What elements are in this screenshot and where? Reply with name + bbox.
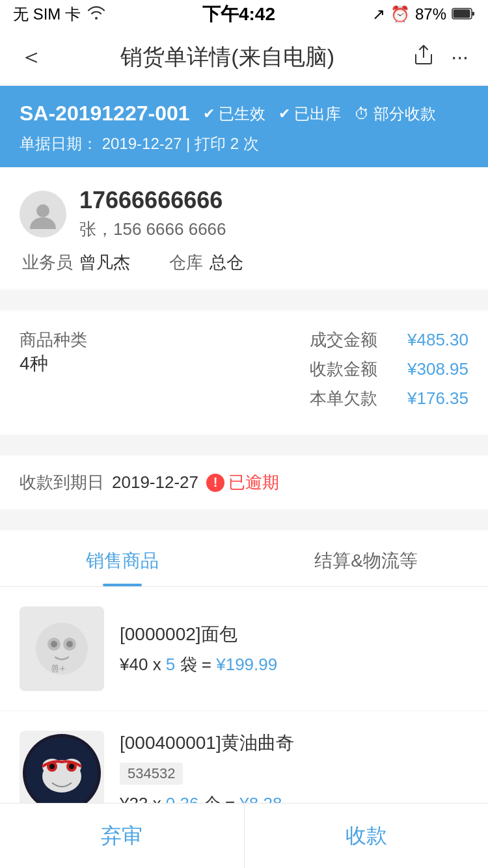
tabs-section: 销售商品 结算&物流等 — [0, 530, 488, 587]
collect-button[interactable]: 收款 — [245, 804, 489, 868]
overdue-icon: ! — [206, 474, 224, 492]
received-label: 收款金额 — [310, 358, 377, 381]
product-name-2: [000400001]黄油曲奇 — [120, 731, 468, 755]
sales-label: 业务员 — [22, 251, 73, 274]
overdue-badge: ! 已逾期 — [206, 471, 279, 494]
share-button[interactable] — [412, 43, 435, 72]
received-value: ¥308.95 — [390, 359, 468, 379]
warehouse-detail: 仓库 总仓 — [169, 251, 243, 274]
order-date: 2019-12-27 — [102, 135, 182, 152]
received-row: 收款金额 ¥308.95 — [310, 358, 468, 381]
battery-icon — [452, 5, 475, 23]
customer-phone: 17666666666 — [79, 187, 226, 214]
svg-rect-1 — [453, 10, 470, 18]
more-button[interactable]: ··· — [451, 45, 468, 69]
divider-1 — [0, 290, 488, 300]
print-unit: 次 — [243, 135, 259, 152]
nav-bar: ＜ 销货单详情(来自电脑) ··· — [0, 29, 488, 86]
product-name-1: [0000002]面包 — [120, 622, 468, 647]
overdue-text: 已逾期 — [228, 471, 279, 494]
category-value: 4种 — [20, 351, 87, 376]
due-section: 收款到期日 2019-12-27 ! 已逾期 — [0, 455, 488, 509]
customer-row: 17666666666 张，156 6666 6666 — [20, 187, 468, 241]
customer-name: 张，156 6666 6666 — [79, 218, 226, 241]
tab-products[interactable]: 销售商品 — [0, 530, 244, 586]
print-separator: | 打印 — [186, 135, 226, 152]
status-right: ↗ ⏰ 87% — [372, 5, 475, 23]
debt-label: 本单欠款 — [310, 387, 377, 410]
price-unit-1: 袋 — [180, 655, 197, 674]
header-banner: SA-20191227-001 ✔ 已生效 ✔ 已出库 ⏱ 部分收款 单据日期：… — [0, 86, 488, 167]
price-eq-1: = — [202, 655, 216, 674]
divider-2 — [0, 435, 488, 445]
svg-point-8 — [66, 641, 73, 647]
header-date-row: 单据日期： 2019-12-27 | 打印 2 次 — [20, 133, 468, 154]
date-label: 单据日期： — [20, 135, 98, 152]
status-partial: ⏱ 部分收款 — [354, 103, 436, 124]
check-icon-1: ✔ — [203, 105, 215, 122]
category-label: 商品种类 — [20, 329, 87, 351]
svg-rect-2 — [472, 12, 474, 16]
svg-text:兽+: 兽+ — [51, 663, 65, 673]
warehouse-name: 总仓 — [210, 251, 243, 274]
print-count: 2 — [230, 135, 239, 152]
price-x-1: x — [153, 655, 166, 674]
customer-info: 17666666666 张，156 6666 6666 — [79, 187, 226, 241]
due-date-value: 2019-12-27 — [112, 472, 198, 493]
status-shipped-label: 已出库 — [294, 103, 341, 124]
price-total-1: ¥199.99 — [216, 655, 277, 674]
customer-section: 17666666666 张，156 6666 6666 业务员 曾凡杰 仓库 总… — [0, 167, 488, 290]
stats-section: 商品种类 4种 成交金额 ¥485.30 收款金额 ¥308.95 本单欠款 ¥… — [0, 310, 488, 435]
product-price-1: ¥40 x 5 袋 = ¥199.99 — [120, 653, 468, 676]
debt-value: ¥176.35 — [390, 388, 468, 409]
stats-right: 成交金额 ¥485.30 收款金额 ¥308.95 本单欠款 ¥176.35 — [310, 329, 468, 416]
stats-left: 商品种类 4种 — [20, 329, 87, 376]
due-label: 收款到期日 — [20, 471, 104, 494]
status-time: 下午4:42 — [202, 2, 275, 27]
svg-point-18 — [69, 764, 74, 769]
wifi-icon — [87, 5, 105, 23]
back-button[interactable]: ＜ — [20, 41, 43, 73]
nav-actions: ··· — [412, 43, 468, 72]
product-info-1: [0000002]面包 ¥40 x 5 袋 = ¥199.99 — [120, 622, 468, 676]
debt-row: 本单欠款 ¥176.35 — [310, 387, 468, 410]
svg-point-7 — [51, 641, 57, 647]
status-partial-label: 部分收款 — [373, 103, 436, 124]
deal-row: 成交金额 ¥485.30 — [310, 329, 468, 351]
status-left: 无 SIM 卡 — [13, 4, 105, 25]
status-bar: 无 SIM 卡 下午4:42 ↗ ⏰ 87% — [0, 0, 488, 29]
svg-point-17 — [49, 764, 55, 769]
page-title: 销货单详情(来自电脑) — [120, 42, 334, 72]
cancel-button[interactable]: 弃审 — [0, 804, 245, 868]
deal-value: ¥485.30 — [390, 330, 468, 350]
check-icon-2: ✔ — [278, 105, 290, 122]
bottom-bar: 弃审 收款 — [0, 803, 488, 868]
avatar — [20, 191, 66, 237]
price-base-1: ¥40 — [120, 655, 148, 674]
clock-icon: ⏱ — [354, 105, 370, 123]
product-thumb-1: 兽+ — [20, 606, 104, 691]
status-shipped: ✔ 已出库 — [278, 103, 341, 124]
list-item: 兽+ [0000002]面包 ¥40 x 5 袋 = ¥199.99 — [0, 587, 488, 711]
header-id-row: SA-20191227-001 ✔ 已生效 ✔ 已出库 ⏱ 部分收款 — [20, 102, 468, 126]
alarm-icon: ⏰ — [390, 5, 410, 23]
tab-settlement[interactable]: 结算&物流等 — [244, 530, 488, 586]
sales-name: 曾凡杰 — [79, 251, 130, 274]
deal-label: 成交金额 — [310, 329, 377, 351]
status-effected-label: 已生效 — [219, 103, 265, 124]
status-effected: ✔ 已生效 — [203, 103, 265, 124]
price-qty-1: 5 — [166, 655, 175, 674]
svg-point-3 — [36, 204, 49, 217]
location-icon: ↗ — [372, 5, 385, 23]
divider-3 — [0, 509, 488, 520]
warehouse-label: 仓库 — [169, 251, 203, 274]
order-id: SA-20191227-001 — [20, 102, 190, 126]
customer-details: 业务员 曾凡杰 仓库 总仓 — [20, 251, 468, 274]
sales-detail: 业务员 曾凡杰 — [22, 251, 130, 274]
battery-text: 87% — [415, 5, 446, 23]
carrier-text: 无 SIM 卡 — [13, 4, 81, 25]
product-badge-2: 534532 — [120, 763, 183, 785]
